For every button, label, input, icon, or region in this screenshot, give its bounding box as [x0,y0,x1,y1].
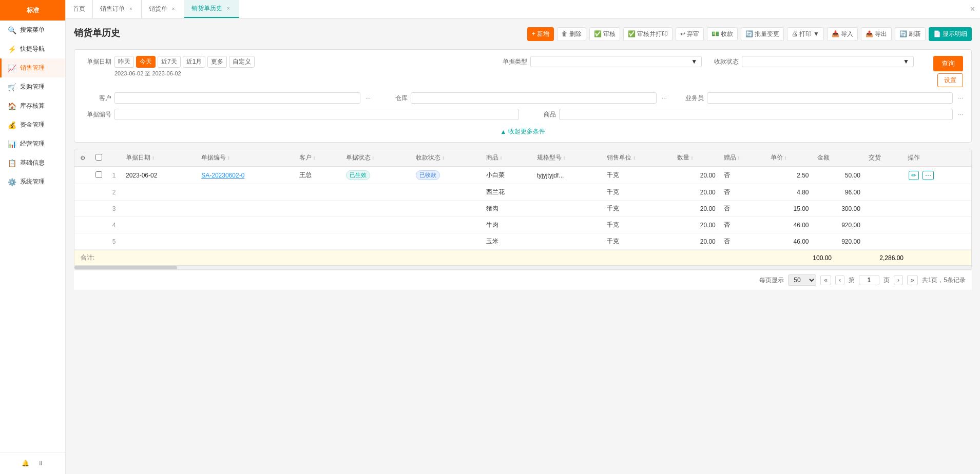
doc-num-link[interactable]: SA-20230602-0 [201,172,244,179]
page-number-input[interactable] [859,275,879,285]
goods-dots[interactable]: ··· [958,111,963,118]
tab-home[interactable]: 首页 [66,0,93,18]
first-page-button[interactable]: « [820,275,831,285]
more-btn[interactable]: 更多 [207,56,227,68]
last-page-button[interactable]: » [907,275,918,285]
row-unit-price: 4.80 [766,184,813,201]
today-btn[interactable]: 今天 [136,56,156,68]
import-button[interactable]: 📥 导入 [827,27,858,41]
tab-sales-history[interactable]: 销货单历史 × [184,0,239,18]
row-checkbox[interactable] [91,217,106,233]
row-checkbox[interactable] [91,167,106,184]
scrollbar-thumb[interactable] [74,266,177,270]
row-action: ✏ ⋯ [904,167,971,184]
row-unit-price: 46.00 [766,217,813,233]
customer-dots[interactable]: ··· [366,94,371,102]
doc-type-dropdown-icon: ▼ [691,58,697,65]
audit-print-button[interactable]: ✅ 审核并打印 [623,27,672,41]
row-amount: 300.00 [813,201,864,217]
row-unit-price: 46.00 [766,233,813,250]
row-checkbox[interactable] [91,233,106,250]
sidebar-item-quick-nav[interactable]: ⚡ 快捷导航 [0,40,65,58]
row-num: 2 [106,184,122,201]
agent-field: 业务员 ··· [675,92,963,104]
col-unit-price[interactable]: 单价 [766,149,813,167]
row-checkbox[interactable] [91,184,106,201]
col-doc-date[interactable]: 单据日期 [122,149,197,167]
notification-icon[interactable]: 🔔 [22,460,29,467]
col-doc-status[interactable]: 单据状态 [342,149,412,167]
collect-button[interactable]: 💵 收款 [707,27,738,41]
new-button[interactable]: + 新增 [527,27,554,41]
row-doc-status [342,233,412,250]
sidebar-item-purchase-mgmt[interactable]: 🛒 采购管理 [0,77,65,96]
warehouse-input[interactable] [411,92,657,104]
customer-input[interactable] [114,92,360,104]
next-page-button[interactable]: › [894,275,903,285]
audit-print-icon: ✅ [628,30,636,37]
table-row: 5 玉米 千克 20.00 否 46.00 920.00 [74,233,971,250]
sidebar-item-basic-info[interactable]: 📋 基础信息 [0,153,65,172]
col-collect-status[interactable]: 收款状态 [412,149,482,167]
col-goods[interactable]: 商品 [482,149,533,167]
goods-input[interactable] [559,109,953,120]
refresh-button[interactable]: 🔄 刷新 [895,27,926,41]
row-select-checkbox[interactable] [95,171,102,178]
week-btn[interactable]: 近7天 [158,56,181,68]
col-settings[interactable]: ⚙ [74,149,91,167]
tabs-end-close[interactable]: × [970,5,980,14]
month-btn[interactable]: 近1月 [183,56,206,68]
page-header: 销货单历史 + 新增 🗑 删除 ✅ 审核 ✅ 审核并打印 [74,27,972,45]
doc-type-select[interactable]: ▼ [530,56,702,67]
col-customer[interactable]: 客户 [295,149,342,167]
print-button[interactable]: 🖨 打印 ▼ [787,27,824,41]
yesterday-btn[interactable]: 昨天 [114,56,134,68]
sidebar-item-sys-mgmt[interactable]: ⚙️ 系统管理 [0,172,65,191]
delete-button[interactable]: 🗑 删除 [557,27,586,41]
sidebar-item-sales-mgmt[interactable]: 📈 销售管理 [0,58,65,77]
row-doc-date [122,184,197,201]
setup-button[interactable]: 设置 [937,73,963,87]
pause-icon[interactable]: ⏸ [37,460,44,467]
sidebar-item-search-menu[interactable]: 🔍 搜索菜单 [0,21,65,40]
col-sales-unit[interactable]: 销售单位 [603,149,673,167]
row-more-button[interactable]: ⋯ [923,171,934,180]
show-detail-button[interactable]: 📄 显示明细 [929,27,972,41]
collect-status-select[interactable]: ▼ [742,56,914,67]
col-doc-num[interactable]: 单据编号 [197,149,295,167]
tab-sales-order-close[interactable]: × [128,6,134,12]
page-container: 销货单历史 + 新增 🗑 删除 ✅ 审核 ✅ 审核并打印 [66,18,980,474]
row-doc-status: 已生效 [342,167,412,184]
per-page-select[interactable]: 50 20 100 [788,274,816,286]
custom-btn[interactable]: 自定义 [229,56,255,68]
select-all-checkbox[interactable] [95,154,102,161]
sidebar-item-ops-mgmt[interactable]: 📊 经营管理 [0,134,65,153]
prev-page-button[interactable]: ‹ [835,275,844,285]
print-icon: 🖨 [792,30,798,37]
collapse-button[interactable]: ▲ 收起更多条件 [501,127,546,136]
agent-dots[interactable]: ··· [958,94,963,102]
sidebar-item-stock-calc[interactable]: 🏠 库存核算 [0,96,65,115]
abandon-button[interactable]: ↩ 弃审 [676,27,704,41]
tab-sales-history-close[interactable]: × [225,5,232,12]
warehouse-label: 仓库 [379,94,408,103]
docnum-input[interactable] [114,109,519,120]
batch-change-button[interactable]: 🔄 批量变更 [741,27,784,41]
tab-sales-history-label: 销货单历史 [191,4,222,13]
sidebar-item-finance-mgmt[interactable]: 💰 资金管理 [0,115,65,134]
col-gift[interactable]: 赠品 [720,149,766,167]
export-button[interactable]: 📤 导出 [861,27,892,41]
tab-sales-delivery[interactable]: 销货单 × [142,0,184,18]
tab-sales-delivery-close[interactable]: × [170,6,177,12]
query-button[interactable]: 查询 [933,56,963,71]
col-spec[interactable]: 规格型号 [533,149,603,167]
tab-sales-order[interactable]: 销售订单 × [93,0,142,18]
col-quantity[interactable]: 数量 [673,149,720,167]
row-edit-button[interactable]: ✏ [909,171,919,180]
warehouse-dots[interactable]: ··· [662,94,667,102]
horizontal-scrollbar[interactable] [74,265,971,269]
audit-button[interactable]: ✅ 审核 [589,27,620,41]
row-checkbox[interactable] [91,201,106,217]
agent-input[interactable] [707,92,953,104]
collapse-label: 收起更多条件 [508,127,545,136]
